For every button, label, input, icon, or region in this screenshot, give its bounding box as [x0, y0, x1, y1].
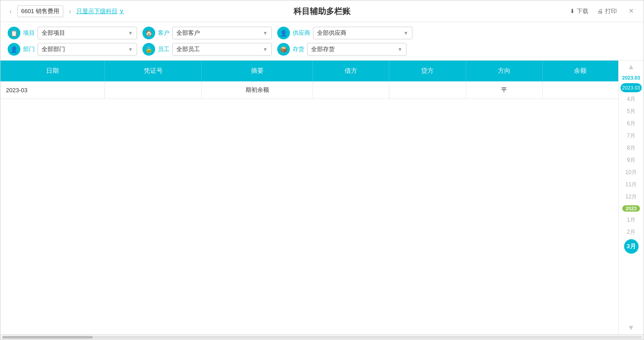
col-voucher: 凭证号: [105, 61, 202, 81]
customer-arrow-icon: ▼: [263, 30, 268, 36]
show-sub-label: 只显示下级科目: [76, 7, 118, 15]
bottom-scrollbar[interactable]: [0, 334, 644, 340]
project-arrow-icon: ▼: [128, 30, 133, 36]
timeline-down-btn[interactable]: ▼: [619, 321, 644, 334]
show-sub-accounts-btn[interactable]: 只显示下级科目 ∨: [76, 7, 124, 15]
inventory-label: 存货: [293, 45, 304, 53]
project-filter-item: 📋 项目 全部项目 ▼: [8, 27, 137, 39]
ledger-table: 日期 凭证号 摘要 借方 贷方 方向 余额 2023-03: [0, 61, 618, 99]
download-label: 下载: [577, 7, 588, 15]
main-window: ‹ 6601 销售费用 › 只显示下级科目 ∨ 科目辅助多栏账 ⬇ 下载 🖨 打…: [0, 0, 644, 340]
title-left: ‹ 6601 销售费用 › 只显示下级科目 ∨: [8, 5, 124, 17]
cell-direction: 平: [466, 81, 542, 99]
supplier-select[interactable]: 全部供应商 ▼: [313, 27, 412, 39]
customer-value: 全部客户: [176, 29, 200, 37]
table-container: 日期 凭证号 摘要 借方 贷方 方向 余额 2023-03: [0, 61, 644, 334]
supplier-arrow-icon: ▼: [403, 30, 408, 36]
filter-area: 📋 项目 全部项目 ▼ 🏠 客户 全部客户 ▼ 👤 供应商: [0, 22, 644, 61]
dept-filter-item: 👤 部门 全部部门 ▼: [8, 43, 137, 56]
employee-value: 全部员工: [176, 45, 200, 53]
close-btn[interactable]: ×: [626, 5, 636, 17]
title-right: ⬇ 下载 🖨 打印 ×: [570, 5, 636, 17]
employee-label: 员工: [158, 45, 170, 53]
employee-filter-item: 🔒 员工 全部员工 ▼: [142, 43, 272, 56]
supplier-icon: 👤: [277, 27, 290, 39]
timeline-month-1[interactable]: 1月: [619, 214, 644, 226]
timeline-month-3-active[interactable]: 3月: [624, 239, 639, 254]
dept-arrow-icon: ▼: [128, 47, 133, 52]
cell-summary: 期初余额: [202, 81, 313, 99]
scroll-thumb: [2, 336, 93, 339]
inventory-arrow-icon: ▼: [398, 47, 402, 52]
timeline-month-12[interactable]: 12月: [619, 191, 644, 203]
cell-date: 2023-03: [0, 81, 105, 99]
inventory-select[interactable]: 全部存货 ▼: [307, 43, 407, 56]
table-row: 2023-03 期初余额 平: [0, 81, 618, 99]
cell-credit: [389, 81, 466, 99]
dept-value: 全部部门: [42, 45, 65, 53]
col-balance: 余额: [542, 61, 618, 81]
col-summary: 摘要: [202, 61, 313, 81]
print-icon: 🖨: [597, 8, 603, 14]
employee-arrow-icon: ▼: [263, 47, 268, 52]
col-debit: 借方: [313, 61, 389, 81]
scroll-track: [2, 336, 642, 339]
col-date: 日期: [0, 61, 105, 81]
timeline-month-6[interactable]: 6月: [619, 118, 644, 130]
supplier-filter-item: 👤 供应商 全部供应商 ▼: [277, 27, 412, 39]
supplier-value: 全部供应商: [317, 29, 346, 37]
filter-row-2: 👤 部门 全部部门 ▼ 🔒 员工 全部员工 ▼ 📦 存货: [8, 43, 636, 56]
inventory-filter-item: 📦 存货 全部存货 ▼: [277, 43, 407, 56]
download-icon: ⬇: [570, 8, 575, 14]
timeline-up-btn[interactable]: ▲: [619, 61, 644, 73]
account-code-display: 6601 销售费用: [17, 5, 64, 17]
customer-label: 客户: [158, 29, 170, 37]
timeline-month-5[interactable]: 5月: [619, 105, 644, 118]
timeline-month-7[interactable]: 7月: [619, 130, 644, 142]
main-content: 日期 凭证号 摘要 借方 贷方 方向 余额 2023-03: [0, 61, 644, 340]
side-timeline: ▲ 2023.03 2023.03 4月 5月 6月 7月 8月 9月 10月 …: [618, 61, 644, 334]
timeline-period-2023-03-top[interactable]: 2023.03: [619, 73, 644, 82]
cell-debit: [313, 81, 389, 99]
inventory-value: 全部存货: [311, 45, 335, 53]
timeline-month-11[interactable]: 11月: [619, 179, 644, 191]
dept-icon: 👤: [8, 43, 20, 56]
customer-select[interactable]: 全部客户 ▼: [172, 27, 272, 39]
employee-select[interactable]: 全部员工 ▼: [172, 43, 272, 56]
print-btn[interactable]: 🖨 打印: [597, 7, 617, 15]
timeline-period-active[interactable]: 2023.03: [620, 83, 642, 92]
table-scroll-area[interactable]: 日期 凭证号 摘要 借方 贷方 方向 余额 2023-03: [0, 61, 618, 334]
timeline-year-badge[interactable]: 2023: [619, 203, 644, 214]
project-select[interactable]: 全部项目 ▼: [38, 27, 137, 39]
next-account-btn[interactable]: ›: [67, 7, 73, 16]
year-badge-label: 2023: [622, 205, 639, 212]
dept-label: 部门: [23, 45, 35, 53]
filter-row-1: 📋 项目 全部项目 ▼ 🏠 客户 全部客户 ▼ 👤 供应商: [8, 27, 636, 39]
project-icon: 📋: [8, 27, 20, 39]
supplier-label: 供应商: [293, 29, 310, 37]
project-value: 全部项目: [42, 29, 65, 37]
employee-icon: 🔒: [142, 43, 155, 56]
cell-voucher: [105, 81, 202, 99]
timeline-month-4[interactable]: 4月: [619, 93, 644, 105]
col-direction: 方向: [466, 61, 542, 81]
print-label: 打印: [605, 7, 617, 15]
page-title: 科目辅助多栏账: [294, 6, 350, 17]
timeline-month-10[interactable]: 10月: [619, 166, 644, 179]
dept-select[interactable]: 全部部门 ▼: [38, 43, 137, 56]
show-sub-arrow-icon: ∨: [119, 8, 124, 14]
download-btn[interactable]: ⬇ 下载: [570, 7, 588, 15]
col-credit: 贷方: [389, 61, 466, 81]
timeline-month-2[interactable]: 2月: [619, 226, 644, 238]
inventory-icon: 📦: [277, 43, 290, 56]
customer-icon: 🏠: [142, 27, 155, 39]
timeline-month-8[interactable]: 8月: [619, 142, 644, 154]
prev-account-btn[interactable]: ‹: [8, 7, 14, 16]
customer-filter-item: 🏠 客户 全部客户 ▼: [142, 27, 272, 39]
project-label: 项目: [23, 29, 35, 37]
title-bar: ‹ 6601 销售费用 › 只显示下级科目 ∨ 科目辅助多栏账 ⬇ 下载 🖨 打…: [0, 0, 644, 22]
table-body: 2023-03 期初余额 平: [0, 81, 618, 99]
cell-balance: [542, 81, 618, 99]
table-header-row: 日期 凭证号 摘要 借方 贷方 方向 余额: [0, 61, 618, 81]
timeline-month-9[interactable]: 9月: [619, 154, 644, 166]
